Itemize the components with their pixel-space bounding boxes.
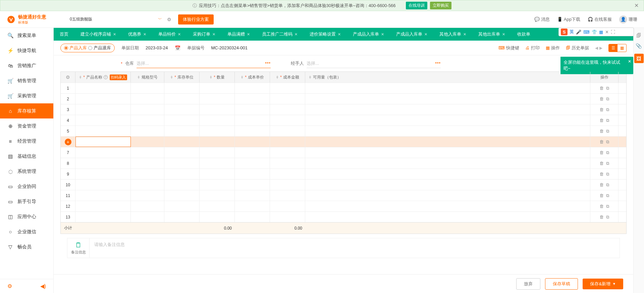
copy-row-icon[interactable]: ⧉ — [606, 204, 609, 209]
close-icon[interactable]: ✕ — [143, 32, 146, 37]
copy-row-icon[interactable]: ⧉ — [606, 150, 609, 155]
delete-row-icon[interactable]: 🗑 — [599, 172, 604, 177]
cell-price[interactable] — [235, 115, 270, 126]
ime-voice-icon[interactable]: 🎤 — [576, 30, 581, 35]
table-row[interactable]: 8🗑 ⧉ — [61, 158, 626, 168]
sidebar-item-shortcut[interactable]: ⚡快捷导航 — [0, 43, 53, 58]
delete-row-icon[interactable]: 🗑 — [599, 96, 604, 101]
buy-now-button[interactable]: 立即购买 — [430, 2, 451, 9]
close-icon[interactable]: ✕ — [113, 32, 116, 37]
cell-available[interactable] — [305, 158, 590, 168]
calendar-icon[interactable]: 📅 — [175, 45, 180, 51]
rail-doc-icon[interactable]: 🗐 — [636, 33, 641, 38]
cell-qty[interactable] — [200, 190, 235, 201]
cell-price[interactable] — [235, 137, 270, 147]
cell-spec[interactable] — [131, 104, 164, 115]
org-settings-icon[interactable]: ⚙ — [167, 17, 171, 22]
online-service-link[interactable]: 🎧在线客服 — [588, 16, 612, 22]
sidebar-item-basic[interactable]: ▤基础信息 — [0, 149, 53, 164]
col-spec[interactable]: ▲▼规格型号 — [131, 72, 164, 83]
cell-price[interactable] — [235, 126, 270, 136]
table-row[interactable]: 7🗑 ⧉ — [61, 147, 626, 158]
cell-unit[interactable] — [164, 180, 200, 190]
cell-spec[interactable] — [131, 94, 164, 104]
sidebar-item-member[interactable]: ▽畅会员 — [0, 239, 53, 254]
operations-button[interactable]: ▦操作 — [546, 45, 560, 51]
cell-qty[interactable] — [200, 212, 235, 222]
copy-row-icon[interactable]: ⧉ — [606, 96, 609, 102]
tab-price-strategy[interactable]: 进价策略设置✕ — [304, 28, 347, 41]
cell-spec[interactable] — [131, 212, 164, 222]
warehouse-select[interactable]: 选择...••• — [137, 59, 271, 68]
settings-icon[interactable]: ⚙ — [7, 283, 12, 289]
cell-name[interactable] — [75, 94, 131, 104]
copy-row-icon[interactable]: ⧉ — [606, 214, 609, 220]
close-icon[interactable]: ✕ — [463, 32, 466, 37]
cell-name[interactable] — [75, 201, 131, 211]
cell-unit[interactable] — [164, 126, 200, 136]
cell-amount[interactable] — [270, 126, 305, 136]
cell-price[interactable] — [235, 158, 270, 168]
copy-row-icon[interactable]: ⧉ — [606, 86, 609, 91]
copy-row-icon[interactable]: ⧉ — [606, 182, 609, 188]
table-settings-icon[interactable]: ⚙ — [66, 75, 70, 80]
cell-amount[interactable] — [270, 137, 305, 147]
discard-button[interactable]: 放弃 — [516, 278, 540, 290]
cell-amount[interactable] — [270, 147, 305, 158]
table-row[interactable]: 4🗑 ⧉ — [61, 115, 626, 126]
cell-spec[interactable] — [131, 115, 164, 126]
doc-date-value[interactable]: 2023-03-24 — [146, 45, 168, 50]
cell-spec[interactable] — [131, 158, 164, 168]
close-icon[interactable]: ✕ — [424, 32, 427, 37]
delete-row-icon[interactable]: 🗑 — [599, 118, 604, 123]
cell-unit[interactable] — [164, 190, 200, 201]
delete-row-icon[interactable]: 🗑 — [599, 129, 604, 134]
cell-amount[interactable] — [270, 190, 305, 201]
close-icon[interactable]: ✕ — [247, 32, 250, 37]
sidebar-item-wechat[interactable]: ○企业微信 — [0, 224, 53, 239]
copy-row-icon[interactable]: ⧉ — [606, 172, 609, 177]
tab-home[interactable]: 首页 — [54, 28, 74, 41]
delete-row-icon[interactable]: 🗑 — [599, 214, 604, 219]
table-row[interactable]: 5🗑 ⧉ — [61, 126, 626, 136]
cell-qty[interactable] — [200, 169, 235, 179]
col-available[interactable]: ▲▼可用量（包装） — [305, 72, 590, 83]
delete-row-icon[interactable]: 🗑 — [599, 150, 604, 155]
cell-amount[interactable] — [270, 169, 305, 179]
cell-unit[interactable] — [164, 201, 200, 211]
tab-special[interactable]: 单品特价✕ — [152, 28, 187, 41]
cell-available[interactable] — [305, 169, 590, 179]
ime-keyboard-icon[interactable]: ⌨ — [583, 30, 590, 35]
cell-price[interactable] — [235, 104, 270, 115]
close-icon[interactable]: ✕ — [178, 32, 181, 37]
col-price[interactable]: ▲▼*成本单价 — [235, 72, 270, 83]
tab-other-in[interactable]: 其他入库单✕ — [433, 28, 472, 41]
cell-qty[interactable] — [200, 180, 235, 190]
banner-close-icon[interactable]: ✕ — [634, 2, 639, 9]
delete-row-icon[interactable]: 🗑 — [599, 86, 604, 91]
table-row[interactable]: +🗑 ⧉ — [61, 136, 626, 147]
table-row[interactable]: 11🗑 ⧉ — [61, 190, 626, 201]
cell-spec[interactable] — [131, 83, 164, 93]
cell-available[interactable] — [305, 104, 590, 115]
cell-qty[interactable] — [200, 104, 235, 115]
cell-name[interactable] — [75, 158, 131, 168]
ime-toolbar[interactable]: S 英 🎤 ⌨ 👕 ▦ ✕ ⛶ — [558, 28, 634, 36]
ime-expand-icon[interactable]: ⛶ — [611, 30, 615, 35]
close-icon[interactable]: ✕ — [212, 32, 215, 37]
tab-purchase-order[interactable]: 采购订单✕ — [187, 28, 221, 41]
hotkey-button[interactable]: ⌨快捷键 — [498, 45, 519, 51]
cell-amount[interactable] — [270, 201, 305, 211]
remark-input[interactable]: 请输入备注信息 — [90, 238, 620, 258]
cell-amount[interactable] — [270, 180, 305, 190]
cell-price[interactable] — [235, 94, 270, 104]
cell-available[interactable] — [305, 94, 590, 104]
cell-unit[interactable] — [164, 83, 200, 93]
cell-spec[interactable] — [131, 180, 164, 190]
cell-qty[interactable] — [200, 115, 235, 126]
cell-amount[interactable] — [270, 212, 305, 222]
cell-unit[interactable] — [164, 212, 200, 222]
cell-available[interactable] — [305, 190, 590, 201]
close-icon[interactable]: ✕ — [502, 32, 505, 37]
cell-amount[interactable] — [270, 104, 305, 115]
